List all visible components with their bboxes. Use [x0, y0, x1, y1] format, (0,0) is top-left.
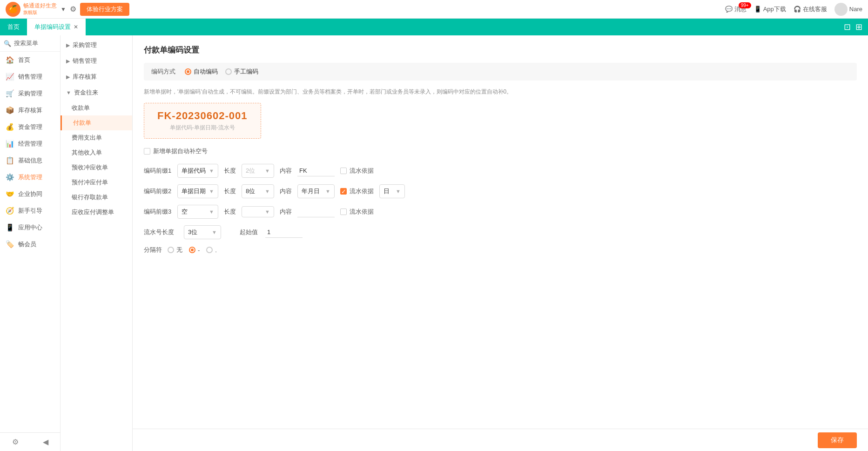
- sidebar-item-home[interactable]: 🏠 首页: [0, 52, 60, 68]
- flow1-checkbox[interactable]: [340, 168, 347, 174]
- preview-sub: 单据代码-单据日期-流水号: [157, 124, 248, 132]
- menu-group-purchase: ▶ 采购管理: [61, 37, 132, 53]
- top-bar-left: 🍊 畅通道好生意 旗舰版 ▼ ⚙ 体验行业方案: [6, 2, 129, 17]
- sep-dot[interactable]: .: [206, 247, 217, 254]
- menu-item-bank[interactable]: 银行存取款单: [61, 190, 132, 205]
- prefix3-select[interactable]: 空 ▼: [177, 205, 218, 219]
- start-value-input[interactable]: [265, 227, 303, 238]
- message-button[interactable]: 💬 消息 99+: [725, 5, 747, 13]
- member-icon: 🏷️: [6, 240, 14, 249]
- online-service-button[interactable]: 🎧 在线客服: [794, 5, 827, 13]
- menu-group-inventory: ▶ 库存核算: [61, 69, 132, 85]
- inventory-icon: 📦: [6, 106, 14, 114]
- length3-select: ▼: [242, 206, 274, 217]
- flow3-checkbox[interactable]: [340, 209, 347, 215]
- menu-item-receipt[interactable]: 收款单: [61, 101, 132, 115]
- description-text: 新增单据时，'单据编码'自动生成，不可编辑。前缀设置为部门、业务员等档案类，开单…: [144, 87, 857, 96]
- trial-button[interactable]: 体验行业方案: [80, 3, 129, 16]
- flow2-checkbox-group: ✓ 流水依据: [340, 187, 374, 195]
- sidebar-bottom: ⚙ ◀: [0, 432, 61, 451]
- apps-icon: 📱: [6, 223, 14, 232]
- preview-code: FK-20230602-001: [157, 110, 248, 122]
- auto-fill-checkbox[interactable]: [144, 148, 150, 155]
- sidebar-item-finance[interactable]: 💰 资金管理: [0, 119, 60, 135]
- content3-input[interactable]: [297, 206, 335, 217]
- menu-header-purchase[interactable]: ▶ 采购管理: [61, 37, 132, 53]
- gear-icon[interactable]: ⚙: [70, 5, 76, 13]
- tab-close-icon[interactable]: ✕: [74, 24, 78, 30]
- chevron-down-icon: ▼: [66, 90, 71, 95]
- dropdown-arrow-icon[interactable]: ▼: [61, 6, 66, 13]
- system-icon: ⚙️: [6, 173, 14, 182]
- length2-arrow-icon: ▼: [265, 188, 270, 194]
- menu-item-prepay-pay[interactable]: 预付冲应付单: [61, 175, 132, 190]
- sidebar-item-system[interactable]: ⚙️ 系统管理: [0, 169, 60, 186]
- sep-dash[interactable]: -: [189, 247, 200, 254]
- sep-dot-radio: [206, 247, 213, 253]
- sidebar-item-member[interactable]: 🏷️ 畅会员: [0, 236, 60, 253]
- length1-select: 2位 ▼: [242, 164, 274, 178]
- logo-icon: 🍊: [6, 2, 20, 17]
- sep-none[interactable]: 无: [168, 246, 182, 254]
- menu-item-expense[interactable]: 费用支出单: [61, 130, 132, 145]
- separator-options: 无 - .: [168, 246, 217, 254]
- sidebar-item-operations[interactable]: 📊 经营管理: [0, 135, 60, 152]
- sidebar-item-inventory[interactable]: 📦 库存核算: [0, 102, 60, 119]
- collapse-icon[interactable]: ◀: [43, 438, 48, 446]
- prefix2-arrow-icon: ▼: [209, 188, 214, 194]
- prefix2-select[interactable]: 单据日期 ▼: [177, 184, 218, 198]
- message-icon: 💬: [725, 6, 733, 13]
- menu-header-inventory[interactable]: ▶ 库存核算: [61, 69, 132, 85]
- flow2-checkbox[interactable]: ✓: [340, 188, 347, 195]
- operations-icon: 📊: [6, 140, 14, 148]
- serial-length-arrow-icon: ▼: [212, 229, 217, 235]
- preview-box: FK-20230602-001 单据代码-单据日期-流水号: [144, 103, 261, 139]
- menu-item-adjust[interactable]: 应收应付调整单: [61, 205, 132, 220]
- prefix1-arrow-icon: ▼: [209, 168, 214, 174]
- menu-item-prepay-recv[interactable]: 预收冲应收单: [61, 160, 132, 175]
- menu-header-fund[interactable]: ▼ 资金往来: [61, 85, 132, 101]
- menu-item-payment[interactable]: 付款单: [61, 115, 132, 130]
- serial-row: 流水号长度 3位 ▼ 起始值: [144, 225, 857, 239]
- search-menu-button[interactable]: 🔍 搜索菜单: [0, 35, 60, 52]
- guide-icon: 🧭: [6, 207, 14, 215]
- prefix3-arrow-icon: ▼: [209, 209, 214, 215]
- menu-item-other-income[interactable]: 其他收入单: [61, 145, 132, 160]
- radio-auto-code[interactable]: 自动编码: [185, 67, 218, 76]
- prefix-row-3: 编码前缀3 空 ▼ 长度 ▼ 内容 流水依据: [144, 205, 857, 219]
- app-download-button[interactable]: 📱 App下载: [754, 5, 786, 13]
- menu-group-sales: ▶ 销售管理: [61, 53, 132, 69]
- left-sidebar: 🔍 搜索菜单 🏠 首页 📈 销售管理 🛒 采购管理 📦 库存核算 💰 资金管理 …: [0, 35, 61, 451]
- save-button[interactable]: 保存: [818, 432, 857, 448]
- logo-text: 畅通道好生意 旗舰版: [23, 2, 57, 15]
- length2-select[interactable]: 8位 ▼: [242, 184, 274, 198]
- prefix1-select[interactable]: 单据代码 ▼: [177, 164, 218, 178]
- radio-manual-code[interactable]: 手工编码: [225, 67, 258, 76]
- sep-none-radio: [168, 247, 174, 253]
- app-logo: 🍊 畅通道好生意 旗舰版: [6, 2, 57, 17]
- basics-icon: 📋: [6, 156, 14, 165]
- sidebar-item-apps[interactable]: 📱 应用中心: [0, 219, 60, 236]
- user-avatar[interactable]: Nare: [834, 3, 862, 16]
- sidebar-item-sales[interactable]: 📈 销售管理: [0, 68, 60, 85]
- menu-group-fund: ▼ 资金往来 收款单 付款单 费用支出单 其他收入单 预收冲应收单 预付冲应付单…: [61, 85, 132, 220]
- tab-controls: ⊡ ⊞: [844, 22, 868, 32]
- tab-encoding-settings[interactable]: 单据编码设置 ✕: [27, 19, 86, 35]
- settings-bottom-icon[interactable]: ⚙: [12, 438, 19, 446]
- serial-length-select[interactable]: 3位 ▼: [184, 225, 221, 239]
- maximize-icon[interactable]: ⊞: [855, 22, 862, 32]
- minimize-icon[interactable]: ⊡: [844, 22, 851, 32]
- day2-select[interactable]: 日 ▼: [379, 184, 405, 198]
- tab-home[interactable]: 首页: [0, 19, 27, 35]
- content1-input[interactable]: [297, 165, 335, 176]
- sidebar-item-purchase[interactable]: 🛒 采购管理: [0, 85, 60, 102]
- chevron-right-icon-2: ▶: [66, 58, 70, 64]
- enterprise-icon: 🤝: [6, 190, 14, 198]
- sidebar-item-enterprise[interactable]: 🤝 企业协同: [0, 186, 60, 202]
- sep-dash-radio: [189, 247, 195, 253]
- sidebar-item-basics[interactable]: 📋 基础信息: [0, 152, 60, 169]
- content2-select[interactable]: 年月日 ▼: [297, 184, 335, 198]
- menu-header-sales[interactable]: ▶ 销售管理: [61, 53, 132, 69]
- top-bar: 🍊 畅通道好生意 旗舰版 ▼ ⚙ 体验行业方案 💬 消息 99+ 📱 App下载…: [0, 0, 868, 19]
- sidebar-item-guide[interactable]: 🧭 新手引导: [0, 202, 60, 219]
